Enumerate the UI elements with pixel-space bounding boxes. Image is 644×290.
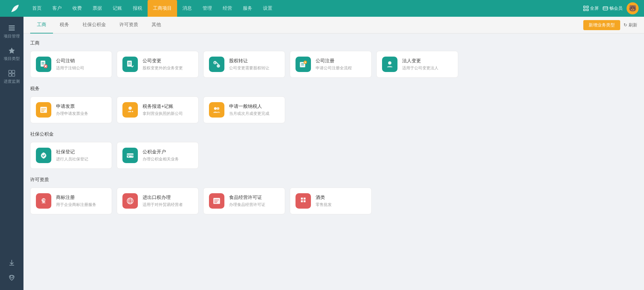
nav-items: 首页 客户 收费 票据 记账 报税 工商项目 消息 管理 经营 服务 设置 bbox=[27, 0, 583, 17]
card-text-3-2: 食品经营许可证办理食品经营许可证 bbox=[229, 195, 265, 208]
sidebar-item-progress-monitor[interactable]: 进度监测 bbox=[0, 65, 23, 88]
card-title-1-2: 申请一般纳税人 bbox=[229, 103, 269, 110]
nav-settings[interactable]: 设置 bbox=[258, 0, 278, 17]
tab-gongshang[interactable]: 工商 bbox=[30, 17, 53, 33]
svg-rect-10 bbox=[9, 70, 11, 73]
service-card-2-1[interactable]: 公积金开户办理公积金相关业务 bbox=[117, 142, 199, 169]
card-title-0-2: 股权转让 bbox=[229, 58, 269, 64]
sidebar-label-project-type: 项目类型 bbox=[4, 56, 20, 61]
sidebar-bottom bbox=[6, 257, 18, 290]
sidebar-label-progress-monitor: 进度监测 bbox=[4, 79, 20, 84]
card-desc-3-0: 用于企业商标注册服务 bbox=[56, 202, 96, 208]
refresh-icon: ↻ bbox=[624, 22, 627, 27]
card-desc-3-3: 零售批发 bbox=[316, 202, 332, 208]
card-text-3-0: 商标注册用于企业商标注册服务 bbox=[56, 195, 96, 208]
nav-tax-report[interactable]: 报税 bbox=[127, 0, 148, 17]
tab-shebao[interactable]: 社保公积金 bbox=[76, 17, 113, 33]
add-type-button[interactable]: 新增业务类型 bbox=[583, 20, 620, 30]
app-logo bbox=[3, 0, 27, 17]
card-text-2-0: 社保登记进行人员社保登记 bbox=[56, 149, 88, 162]
service-card-3-3[interactable]: 酒类零售批发 bbox=[290, 188, 372, 214]
refresh-label: 刷新 bbox=[629, 22, 637, 28]
svg-rect-3 bbox=[587, 9, 588, 11]
service-card-3-2[interactable]: 食品经营许可证办理食品经营许可证 bbox=[203, 188, 285, 214]
service-card-0-3[interactable]: 公司注册申请公司注册全流程 bbox=[290, 51, 372, 78]
svg-rect-61 bbox=[304, 198, 306, 200]
svg-rect-62 bbox=[301, 200, 303, 202]
service-card-0-0[interactable]: 公司注销适用于注销公司 bbox=[30, 51, 112, 78]
nav-fees[interactable]: 收费 bbox=[67, 0, 87, 17]
svg-point-48 bbox=[131, 155, 133, 157]
section-title-2: 社保公积金 bbox=[30, 131, 637, 137]
tab-shuiwu[interactable]: 税务 bbox=[53, 17, 76, 33]
svg-rect-63 bbox=[304, 200, 306, 202]
card-icon-3-0: TM bbox=[36, 193, 51, 209]
user-avatar[interactable]: 🐻 bbox=[627, 2, 639, 14]
svg-rect-35 bbox=[40, 107, 47, 113]
service-card-3-0[interactable]: TM商标注册用于企业商标注册服务 bbox=[30, 188, 112, 214]
member-button[interactable]: 畅会员 bbox=[603, 5, 623, 11]
service-card-1-2[interactable]: 申请一般纳税人当月或次月成变更完成 bbox=[203, 96, 285, 123]
nav-bills[interactable]: 票据 bbox=[87, 0, 107, 17]
card-icon-2-1 bbox=[122, 148, 138, 163]
scroll-content[interactable]: 工商公司注销适用于注销公司公司变更股权变更外的业务变更¥股权转让公司变更需要股权… bbox=[23, 33, 644, 290]
card-text-1-1: 税务报道+记账拿到营业执照的新公司 bbox=[143, 103, 183, 117]
svg-rect-47 bbox=[128, 156, 129, 157]
location-icon[interactable] bbox=[6, 271, 18, 283]
service-card-0-4[interactable]: 法人变更适用于公司变更法人 bbox=[376, 51, 458, 78]
main-layout: 项目管理 项目类型 进度监测 bbox=[0, 17, 644, 290]
card-text-0-1: 公司变更股权变更外的业务变更 bbox=[143, 58, 183, 71]
sidebar-item-project-management[interactable]: 项目管理 bbox=[0, 20, 23, 43]
nav-operation[interactable]: 经营 bbox=[217, 0, 237, 17]
nav-business-project[interactable]: 工商项目 bbox=[148, 0, 177, 17]
card-icon-1-1 bbox=[122, 102, 138, 118]
service-card-0-1[interactable]: 公司变更股权变更外的业务变更 bbox=[117, 51, 199, 78]
card-title-1-1: 税务报道+记账 bbox=[143, 103, 183, 110]
card-text-0-2: 股权转让公司变更需要股权转让 bbox=[229, 58, 269, 71]
svg-point-39 bbox=[128, 106, 132, 110]
svg-rect-2 bbox=[584, 9, 585, 11]
nav-service[interactable]: 服务 bbox=[237, 0, 258, 17]
card-grid-0: 公司注销适用于注销公司公司变更股权变更外的业务变更¥股权转让公司变更需要股权转让… bbox=[30, 51, 637, 78]
card-icon-0-2: ¥ bbox=[209, 57, 224, 72]
tab-other[interactable]: 其他 bbox=[145, 17, 168, 33]
tab-bar: 工商 税务 社保公积金 许可资质 其他 新增业务类型 ↻ 刷新 bbox=[23, 17, 644, 33]
nav-accounting[interactable]: 记账 bbox=[107, 0, 127, 17]
card-text-2-1: 公积金开户办理公积金相关业务 bbox=[143, 149, 179, 162]
nav-management[interactable]: 管理 bbox=[197, 0, 217, 17]
fullscreen-button[interactable]: 全屏 bbox=[583, 5, 599, 11]
svg-rect-11 bbox=[12, 70, 15, 73]
card-text-3-3: 酒类零售批发 bbox=[316, 195, 332, 208]
card-desc-0-2: 公司变更需要股权转让 bbox=[229, 65, 269, 71]
service-card-0-2[interactable]: ¥股权转让公司变更需要股权转让 bbox=[203, 51, 285, 78]
nav-customer[interactable]: 客户 bbox=[47, 0, 67, 17]
card-grid-3: TM商标注册用于企业商标注册服务进出口权办理适用于对外贸易经营者食品经营许可证办… bbox=[30, 188, 637, 214]
tab-actions: 新增业务类型 ↻ 刷新 bbox=[583, 20, 637, 30]
section-0: 工商公司注销适用于注销公司公司变更股权变更外的业务变更¥股权转让公司变更需要股权… bbox=[30, 40, 637, 78]
nav-home[interactable]: 首页 bbox=[27, 0, 47, 17]
card-desc-2-0: 进行人员社保登记 bbox=[56, 156, 88, 162]
service-card-3-1[interactable]: 进出口权办理适用于对外贸易经营者 bbox=[117, 188, 199, 214]
nav-right-area: 全屏 畅会员 🐻 bbox=[583, 2, 644, 14]
service-card-2-0[interactable]: 社保登记进行人员社保登记 bbox=[30, 142, 112, 169]
card-title-0-3: 公司注册 bbox=[316, 58, 352, 64]
card-title-3-0: 商标注册 bbox=[56, 195, 96, 201]
nav-message[interactable]: 消息 bbox=[177, 0, 197, 17]
card-title-0-1: 公司变更 bbox=[143, 58, 183, 64]
service-card-1-1[interactable]: 税务报道+记账拿到营业执照的新公司 bbox=[117, 96, 199, 123]
project-management-icon bbox=[8, 24, 16, 32]
download-icon[interactable] bbox=[6, 257, 18, 269]
card-icon-2-0 bbox=[36, 148, 51, 163]
tab-xuke[interactable]: 许可资质 bbox=[113, 17, 145, 33]
card-desc-2-1: 办理公积金相关业务 bbox=[143, 156, 179, 162]
svg-text:¥: ¥ bbox=[214, 61, 216, 64]
svg-rect-12 bbox=[9, 74, 11, 76]
card-grid-2: 社保登记进行人员社保登记公积金开户办理公积金相关业务 bbox=[30, 142, 637, 169]
refresh-button[interactable]: ↻ 刷新 bbox=[624, 22, 637, 28]
service-card-1-0[interactable]: 申请发票办理申请发票业务 bbox=[30, 96, 112, 123]
sidebar-item-project-type[interactable]: 项目类型 bbox=[0, 43, 23, 65]
card-title-0-0: 公司注销 bbox=[56, 58, 84, 64]
card-icon-3-1 bbox=[122, 193, 138, 209]
svg-rect-13 bbox=[12, 74, 15, 76]
svg-rect-7 bbox=[9, 27, 15, 28]
